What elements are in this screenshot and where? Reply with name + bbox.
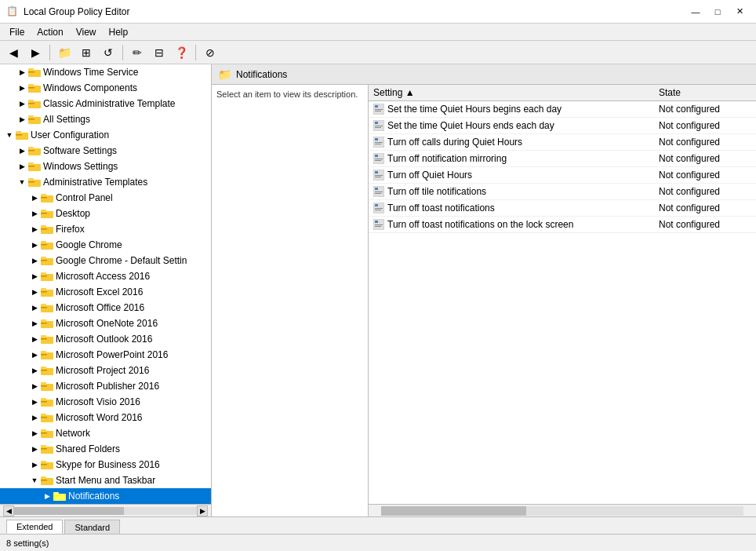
tree-item-windows-components[interactable]: Windows Components xyxy=(0,80,211,96)
tab-standard[interactable]: Standard xyxy=(64,520,120,534)
table-row[interactable]: Set the time Quiet Hours begins each day… xyxy=(369,101,756,118)
expander-start-menu[interactable] xyxy=(28,474,41,487)
tree-item-ms-word[interactable]: Microsoft Word 2016 xyxy=(0,410,211,425)
expander-shared-folders[interactable] xyxy=(28,443,41,455)
svg-rect-49 xyxy=(41,258,53,265)
tree-item-ms-visio[interactable]: Microsoft Visio 2016 xyxy=(0,394,211,410)
expander-ms-project[interactable] xyxy=(28,364,41,377)
menu-help[interactable]: Help xyxy=(103,25,135,39)
expander-control-panel[interactable] xyxy=(28,192,41,204)
toolbar-forward[interactable]: ▶ xyxy=(25,43,45,62)
toolbar-show-hide[interactable]: ⊞ xyxy=(76,43,96,62)
tree-label-control-panel: Control Panel xyxy=(56,192,113,203)
expander-google-chrome-default[interactable] xyxy=(28,254,41,267)
tree-label-all-settings-top: All Settings xyxy=(43,114,90,125)
svg-rect-93 xyxy=(41,431,53,438)
expander-windows-components[interactable] xyxy=(16,82,28,94)
menu-file[interactable]: File xyxy=(3,25,31,39)
expander-ms-access[interactable] xyxy=(28,270,41,283)
menu-view[interactable]: View xyxy=(70,25,103,39)
expander-google-chrome[interactable] xyxy=(28,239,41,251)
tree-item-windows-time[interactable]: Windows Time Service xyxy=(0,64,211,80)
svg-rect-39 xyxy=(41,210,46,212)
table-row[interactable]: Turn off tile notifications Not configur… xyxy=(369,184,756,200)
expander-ms-onenote[interactable] xyxy=(28,317,41,330)
expander-notifications[interactable] xyxy=(41,490,53,502)
tree-item-user-config[interactable]: User Configuration xyxy=(0,127,211,143)
tree-item-desktop[interactable]: Desktop xyxy=(0,206,211,221)
tree-item-google-chrome-default[interactable]: Google Chrome - Default Settin xyxy=(0,253,211,268)
expander-ms-word[interactable] xyxy=(28,411,41,424)
table-row[interactable]: Turn off notification mirroring Not conf… xyxy=(369,151,756,167)
table-row[interactable]: Turn off toast notifications Not configu… xyxy=(369,200,756,217)
tree-item-ms-office[interactable]: Microsoft Office 2016 xyxy=(0,300,211,316)
expander-windows-settings[interactable] xyxy=(16,160,28,173)
h-scroll-track[interactable] xyxy=(14,507,197,515)
expander-ms-powerpoint[interactable] xyxy=(28,348,41,361)
folder-icon-ms-powerpoint xyxy=(41,349,53,360)
expander-admin-templates[interactable] xyxy=(16,176,28,188)
h-scroll-thumb xyxy=(14,507,124,515)
toolbar-refresh[interactable]: ↺ xyxy=(98,43,118,62)
expander-ms-excel[interactable] xyxy=(28,286,41,298)
tree-container[interactable]: Windows Time Service Windows Components … xyxy=(0,64,211,504)
menu-action[interactable]: Action xyxy=(31,25,69,39)
expander-network[interactable] xyxy=(28,427,41,440)
minimize-button[interactable]: — xyxy=(685,4,706,20)
tree-item-classic-admin[interactable]: Classic Administrative Template xyxy=(0,96,211,111)
table-row[interactable]: Turn off Quiet Hours Not configured xyxy=(369,167,756,184)
scroll-left-btn[interactable]: ◀ xyxy=(3,505,14,516)
expander-firefox[interactable] xyxy=(28,223,41,235)
h-scrollbar[interactable] xyxy=(381,506,743,516)
tree-item-ms-outlook[interactable]: Microsoft Outlook 2016 xyxy=(0,331,211,347)
table-row[interactable]: Turn off toast notifications on the lock… xyxy=(369,217,756,233)
table-row[interactable]: Set the time Quiet Hours ends each day N… xyxy=(369,118,756,134)
toolbar-properties[interactable]: ⊟ xyxy=(149,43,169,62)
maximize-button[interactable]: □ xyxy=(707,4,728,20)
scroll-right-btn[interactable]: ▶ xyxy=(197,505,208,516)
table-row[interactable]: Turn off calls during Quiet Hours Not co… xyxy=(369,134,756,151)
expander-user-config[interactable] xyxy=(3,129,16,141)
toolbar-filter[interactable]: ⊘ xyxy=(200,43,220,62)
tree-item-ms-project[interactable]: Microsoft Project 2016 xyxy=(0,363,211,378)
expander-classic-admin[interactable] xyxy=(16,97,28,110)
tree-item-ms-powerpoint[interactable]: Microsoft PowerPoint 2016 xyxy=(0,347,211,363)
settings-table[interactable]: Setting ▲ State Set the time Quiet Hours… xyxy=(369,85,756,504)
toolbar-help[interactable]: ❓ xyxy=(171,43,191,62)
tree-item-firefox[interactable]: Firefox xyxy=(0,221,211,237)
tree-item-ms-excel[interactable]: Microsoft Excel 2016 xyxy=(0,284,211,300)
expander-skype[interactable] xyxy=(28,458,41,471)
tree-item-ms-onenote[interactable]: Microsoft OneNote 2016 xyxy=(0,316,211,331)
expander-ms-publisher[interactable] xyxy=(28,380,41,392)
tree-item-software-settings[interactable]: Software Settings xyxy=(0,143,211,159)
toolbar-back[interactable]: ◀ xyxy=(3,43,24,62)
tab-extended[interactable]: Extended xyxy=(6,520,63,534)
tree-item-notifications[interactable]: Notifications xyxy=(0,488,211,504)
tree-item-ms-access[interactable]: Microsoft Access 2016 xyxy=(0,268,211,284)
expander-all-settings-top[interactable] xyxy=(16,113,28,126)
svg-rect-138 xyxy=(375,142,383,143)
expander-ms-visio[interactable] xyxy=(28,396,41,408)
setting-cell: Turn off Quiet Hours xyxy=(369,167,654,184)
tree-item-google-chrome[interactable]: Google Chrome xyxy=(0,237,211,253)
expander-desktop[interactable] xyxy=(28,207,41,220)
tree-item-shared-folders[interactable]: Shared Folders xyxy=(0,441,211,457)
svg-rect-55 xyxy=(41,272,46,275)
col-setting[interactable]: Setting ▲ xyxy=(369,85,654,101)
col-state[interactable]: State xyxy=(654,85,756,101)
tree-item-control-panel[interactable]: Control Panel xyxy=(0,190,211,206)
toolbar-edit[interactable]: ✏ xyxy=(127,43,147,62)
tree-item-start-menu[interactable]: Start Menu and Taskbar xyxy=(0,473,211,488)
tree-item-network[interactable]: Network xyxy=(0,425,211,441)
expander-ms-office[interactable] xyxy=(28,301,41,314)
tree-item-admin-templates[interactable]: Administrative Templates xyxy=(0,174,211,190)
expander-software-settings[interactable] xyxy=(16,144,28,157)
tree-item-all-settings-top[interactable]: All Settings xyxy=(0,111,211,127)
toolbar-up[interactable]: 📁 xyxy=(54,43,75,62)
tree-item-skype[interactable]: Skype for Business 2016 xyxy=(0,457,211,473)
tree-item-ms-publisher[interactable]: Microsoft Publisher 2016 xyxy=(0,378,211,394)
tree-item-windows-settings[interactable]: Windows Settings xyxy=(0,159,211,174)
expander-ms-outlook[interactable] xyxy=(28,333,41,345)
expander-windows-time[interactable] xyxy=(16,66,28,78)
close-button[interactable]: ✕ xyxy=(729,4,750,20)
